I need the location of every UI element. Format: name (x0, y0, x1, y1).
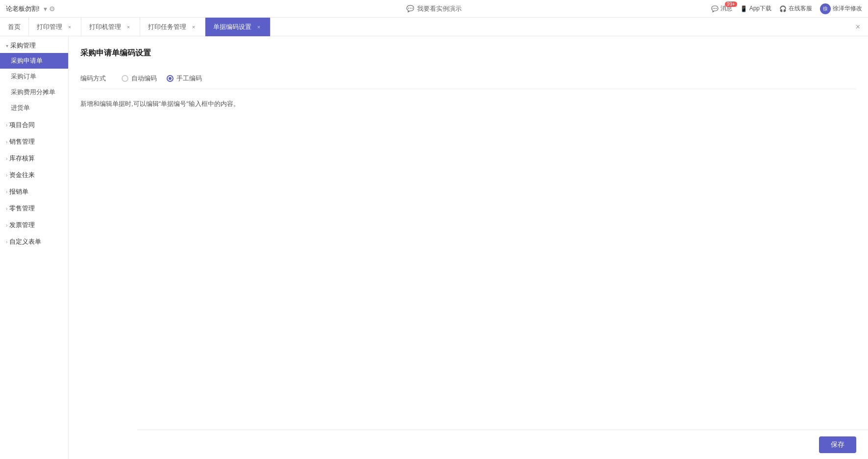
tab-print-task-mgmt[interactable]: 打印任务管理 × (140, 18, 205, 36)
sidebar-group-purchase-mgmt-label: 采购管理 (10, 41, 36, 50)
sidebar-group-inventory-label: 库存核算 (9, 154, 35, 163)
sidebar-group-sales-mgmt[interactable]: › 销售管理 (0, 132, 68, 149)
chevron-right-icon-7: › (6, 223, 7, 228)
info-text: 新增和编辑单据时,可以编辑"单据编号"输入框中的内容。 (80, 99, 856, 109)
save-button[interactable]: 保存 (819, 436, 856, 453)
user-profile[interactable]: 徐 徐泽华修改 (820, 3, 862, 14)
app-download-label: App下载 (749, 4, 771, 13)
sidebar-group-custom-forms[interactable]: › 自定义表单 (0, 232, 68, 249)
sidebar-group-purchase-mgmt-items: 采购申请单 采购订单 采购费用分摊单 进货单 (0, 53, 68, 116)
chevron-right-icon-4: › (6, 173, 7, 178)
message-icon: 💬 (711, 5, 719, 12)
content-inner: 采购申请单编码设置 编码方式 自动编码 手工编码 新增和编辑单据时,可以编辑"单… (69, 36, 868, 459)
chevron-down-icon: ▾ (6, 43, 8, 49)
online-service-button[interactable]: 🎧 在线客服 (779, 4, 812, 13)
sidebar-group-sales-mgmt-label: 销售管理 (9, 137, 35, 146)
encoding-row: 编码方式 自动编码 手工编码 (80, 68, 856, 89)
sidebar-item-purchase-request[interactable]: 采购申请单 (0, 53, 68, 69)
sidebar-group-custom-forms-label: 自定义表单 (9, 237, 41, 246)
dropdown-icon[interactable]: ▾ (44, 5, 47, 13)
tab-printer-mgmt[interactable]: 打印机管理 × (81, 18, 140, 36)
tab-single-code-settings-close[interactable]: × (255, 24, 262, 30)
top-bar-right: 💬 消息 99+ 📱 App下载 🎧 在线客服 徐 徐泽华修改 (711, 3, 862, 14)
auto-code-label: 自动编码 (131, 74, 157, 83)
tab-single-code-settings-label: 单据编码设置 (213, 23, 251, 31)
sidebar-item-purchase-expense[interactable]: 采购费用分摊单 (0, 84, 68, 100)
sidebar-group-retail-mgmt-label: 零售管理 (9, 204, 35, 213)
tab-print-mgmt-close[interactable]: × (66, 24, 73, 30)
radio-auto-code[interactable]: 自动编码 (122, 74, 157, 83)
radio-group: 自动编码 手工编码 (122, 74, 202, 83)
demo-link[interactable]: 💬 我要看实例演示 (406, 4, 462, 13)
chevron-right-icon-1: › (6, 123, 7, 128)
sidebar-group-inventory[interactable]: › 库存核算 (0, 149, 68, 166)
radio-manual-code[interactable]: 手工编码 (167, 74, 202, 83)
main-layout: ▾ 采购管理 采购申请单 采购订单 采购费用分摊单 进货单 › 项目合同 › 销… (0, 36, 868, 459)
tab-print-task-mgmt-label: 打印任务管理 (148, 23, 186, 31)
sidebar: ▾ 采购管理 采购申请单 采购订单 采购费用分摊单 进货单 › 项目合同 › 销… (0, 36, 69, 459)
app-download-button[interactable]: 📱 App下载 (740, 4, 771, 13)
tab-printer-mgmt-close[interactable]: × (125, 24, 132, 30)
user-name: 徐泽华修改 (833, 4, 862, 13)
top-bar: 论老板勿割! ▾ ⚙ 💬 我要看实例演示 💬 消息 99+ 📱 App下载 🎧 … (0, 0, 868, 18)
message-button[interactable]: 💬 消息 99+ (711, 4, 732, 13)
tab-print-task-mgmt-close[interactable]: × (190, 24, 197, 30)
page-title: 采购申请单编码设置 (80, 48, 856, 58)
chevron-right-icon-3: › (6, 156, 7, 161)
tab-printer-mgmt-label: 打印机管理 (89, 23, 121, 31)
sidebar-item-purchase-order[interactable]: 采购订单 (0, 69, 68, 84)
message-badge: 99+ (725, 1, 737, 7)
sidebar-group-project-contract[interactable]: › 项目合同 (0, 116, 68, 132)
app-title: 论老板勿割! (6, 4, 40, 13)
tab-single-code-settings[interactable]: 单据编码设置 × (205, 18, 271, 36)
sidebar-group-retail-mgmt[interactable]: › 零售管理 (0, 199, 68, 216)
avatar: 徐 (820, 3, 831, 14)
tab-bar: 首页 打印管理 × 打印机管理 × 打印任务管理 × 单据编码设置 × × (0, 18, 868, 36)
radio-auto-circle (122, 75, 128, 82)
bottom-bar: 保存 (137, 430, 868, 459)
tab-print-mgmt-label: 打印管理 (37, 23, 62, 31)
encoding-method-label: 编码方式 (80, 74, 110, 83)
chat-icon: 💬 (406, 5, 414, 12)
sidebar-group-invoice-mgmt[interactable]: › 发票管理 (0, 216, 68, 232)
sidebar-group-capital-flow-label: 资金往来 (9, 171, 35, 179)
tab-print-mgmt[interactable]: 打印管理 × (29, 18, 81, 36)
settings-icon[interactable]: ⚙ (49, 5, 55, 13)
sidebar-group-project-contract-label: 项目合同 (9, 121, 35, 129)
tab-home-label: 首页 (8, 23, 21, 31)
sidebar-item-stock-in[interactable]: 进货单 (0, 100, 68, 116)
app-download-icon: 📱 (740, 5, 747, 12)
content-area: 采购申请单编码设置 编码方式 自动编码 手工编码 新增和编辑单据时,可以编辑"单… (69, 36, 868, 459)
tab-home[interactable]: 首页 (0, 18, 29, 36)
manual-code-label: 手工编码 (176, 74, 202, 83)
chevron-right-icon-5: › (6, 189, 7, 195)
chevron-right-icon-8: › (6, 239, 7, 245)
tab-bar-close-all: × (271, 21, 868, 33)
sidebar-group-purchase-mgmt[interactable]: ▾ 采购管理 (0, 36, 68, 53)
chevron-right-icon-6: › (6, 206, 7, 211)
radio-manual-circle (167, 75, 174, 82)
top-bar-left: 论老板勿割! ▾ ⚙ (6, 4, 55, 13)
sidebar-group-capital-flow[interactable]: › 资金往来 (0, 166, 68, 182)
top-bar-controls: ▾ ⚙ (44, 5, 55, 13)
sidebar-group-returns[interactable]: › 报销单 (0, 182, 68, 199)
sidebar-group-invoice-mgmt-label: 发票管理 (9, 221, 35, 230)
online-service-label: 在线客服 (789, 4, 812, 13)
chevron-right-icon-2: › (6, 139, 7, 145)
demo-text: 我要看实例演示 (417, 4, 462, 13)
close-all-icon[interactable]: × (852, 21, 864, 33)
headset-icon: 🎧 (779, 5, 787, 12)
sidebar-group-returns-label: 报销单 (9, 187, 28, 196)
